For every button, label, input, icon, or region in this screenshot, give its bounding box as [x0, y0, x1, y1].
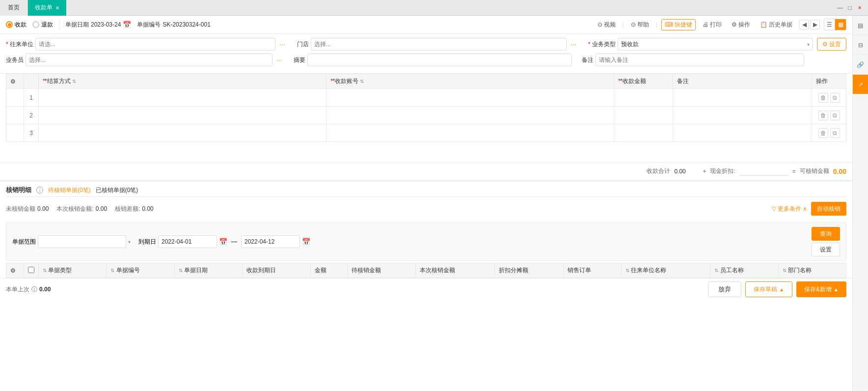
cell-amount-2[interactable] — [614, 107, 673, 124]
delete-icon-2[interactable]: 🗑 — [818, 111, 828, 120]
verify-settings-button[interactable]: 设置 — [812, 243, 840, 256]
row-actions-1: 🗑 ⧉ — [816, 93, 842, 103]
calendar-icon[interactable]: 📅 — [123, 21, 131, 28]
cell-payment-2[interactable] — [39, 107, 326, 124]
col-amount[interactable]: * *收款金额 — [614, 74, 673, 89]
close-button[interactable]: × — [855, 3, 864, 12]
cell-payment-1[interactable] — [39, 89, 326, 107]
save-draft-arrow-icon: ▲ — [779, 287, 784, 292]
cell-notes-3[interactable] — [673, 124, 812, 142]
copy-icon-1[interactable]: ⧉ — [830, 93, 840, 103]
staff-more-icon[interactable]: ··· — [274, 56, 284, 64]
verify-col-checkbox[interactable] — [24, 263, 39, 278]
nav-next-icon[interactable]: ▶ — [810, 20, 820, 29]
settings-button[interactable]: ⚙ 设置 — [817, 38, 846, 51]
video-button[interactable]: ⊙ 视频 — [595, 20, 619, 30]
equals-sign: = — [792, 168, 796, 175]
nav-prev-icon[interactable]: ◀ — [799, 20, 809, 29]
cell-notes-2[interactable] — [673, 107, 812, 124]
verify-col-settings[interactable]: ⚙ — [6, 263, 24, 278]
cal-from-icon[interactable]: 📅 — [219, 238, 227, 246]
cell-account-2[interactable] — [326, 107, 614, 124]
cell-payment-3[interactable] — [39, 124, 326, 142]
cal-to-icon[interactable]: 📅 — [302, 238, 310, 246]
receipt-radio[interactable]: 收款 — [6, 21, 27, 29]
tab-home[interactable]: 首页 — [0, 0, 28, 16]
sidebar-icon-4[interactable]: ↗ — [853, 75, 868, 94]
help-button[interactable]: ⊙ 帮助 — [628, 20, 652, 30]
operation-button[interactable]: ⚙ 操作 — [729, 20, 753, 30]
counterpart-input[interactable] — [35, 38, 275, 51]
abandon-button[interactable]: 放弃 — [708, 281, 741, 297]
grid-view-button[interactable]: ▦ — [835, 19, 846, 30]
verify-col-date: ⇅ 单据日期 — [174, 263, 242, 278]
store-more-icon[interactable]: ··· — [569, 40, 578, 48]
cell-account-3[interactable] — [326, 124, 614, 142]
footer-info: 本单上次 ⓘ 0.00 — [6, 285, 51, 294]
number-value: SK-20230324-001 — [163, 21, 210, 28]
cell-amount-3[interactable] — [614, 124, 673, 142]
business-type-select[interactable]: 预收款 ▾ — [618, 38, 813, 51]
table-row: 2 🗑 ⧉ — [6, 107, 846, 124]
refund-radio[interactable]: 退款 — [32, 21, 53, 29]
col-account-label: *收款账号 — [332, 78, 358, 84]
counterpart-more-icon[interactable]: ··· — [277, 40, 287, 48]
due-date-to-input[interactable] — [241, 235, 300, 248]
verify-col-number: ⇅ 单据编号 — [107, 263, 174, 278]
sidebar-expand-icon: ↗ — [858, 81, 863, 88]
footer-actions: 放弃 保存草稿 ▲ 保存&新增 ▲ — [708, 281, 846, 297]
col-settings[interactable]: ⚙ — [6, 74, 24, 89]
notes-field: 备注 — [582, 54, 804, 66]
sidebar-table-icon: ▤ — [858, 22, 863, 29]
notes-input[interactable] — [596, 54, 804, 66]
uncancelled-value: 0.00 — [37, 205, 49, 212]
footer-info-icon[interactable]: ⓘ — [31, 285, 37, 294]
more-conditions-button[interactable]: ▽ 更多条件 ∧ — [772, 205, 807, 213]
chevron-down-icon: ▾ — [807, 42, 810, 47]
tab-close-icon[interactable]: × — [55, 4, 59, 12]
save-draft-button[interactable]: 保存草稿 ▲ — [745, 281, 792, 297]
pending-tab[interactable]: 待核销单据(0笔) — [48, 186, 91, 195]
verify-header: 核销明细 i 待核销单据(0笔) 已核销单据(0笔) — [6, 182, 846, 197]
cell-account-1[interactable] — [326, 89, 614, 107]
history-button[interactable]: 📋 历史单据 — [757, 20, 795, 30]
store-input[interactable] — [311, 38, 567, 51]
summary-input[interactable] — [307, 54, 571, 66]
sidebar-icon-1[interactable]: ▤ — [853, 16, 868, 35]
verify-title: 核销明细 — [6, 186, 31, 195]
staff-input[interactable] — [26, 54, 272, 66]
done-tab[interactable]: 已核销单据(0笔) — [96, 186, 138, 195]
range-input[interactable] — [38, 235, 126, 248]
list-view-button[interactable]: ☰ — [824, 19, 835, 30]
sidebar-icon-2[interactable]: ⊟ — [853, 35, 868, 55]
cell-amount-1[interactable] — [614, 89, 673, 107]
discount-input[interactable] — [739, 167, 788, 176]
col-payment-method[interactable]: * *结算方式 ⇅ — [39, 74, 326, 89]
query-button[interactable]: 查询 — [812, 227, 840, 241]
auto-verify-button[interactable]: 自动核销 — [811, 202, 846, 216]
maximize-button[interactable]: □ — [845, 3, 854, 12]
table-settings-icon[interactable]: ⚙ — [10, 78, 16, 85]
tab-bar: 首页 收款单 × — □ × — [0, 0, 868, 16]
verify-checkbox-all[interactable] — [28, 267, 34, 273]
delete-icon-3[interactable]: 🗑 — [818, 128, 828, 138]
sidebar-icon-3[interactable]: 🔗 — [853, 55, 868, 75]
shortcut-button[interactable]: ⌨ 快捷键 — [661, 19, 696, 30]
print-button[interactable]: 🖨 打印 — [700, 20, 725, 30]
tab-receipt[interactable]: 收款单 × — [28, 0, 66, 16]
save-new-button[interactable]: 保存&新增 ▲ — [796, 281, 846, 297]
delete-icon-1[interactable]: 🗑 — [818, 93, 828, 103]
date-dash: — — [231, 238, 237, 245]
copy-icon-3[interactable]: ⧉ — [830, 128, 840, 138]
verify-table: ⚙ ⇅ 单据类型 ⇅ 单据编号 — [6, 263, 846, 278]
cell-notes-1[interactable] — [673, 89, 812, 107]
col-account[interactable]: * *收款账号 ⇅ — [326, 74, 614, 89]
minimize-button[interactable]: — — [836, 3, 844, 12]
shortcut-icon: ⌨ — [665, 21, 673, 28]
tab-home-label: 首页 — [8, 3, 20, 12]
due-date-from-input[interactable] — [158, 235, 217, 248]
copy-icon-2[interactable]: ⧉ — [830, 111, 840, 120]
verify-info-icon[interactable]: i — [36, 187, 43, 194]
verify-col-amount: 金额 — [311, 263, 347, 278]
verify-col-sales-order: 销售订单 — [563, 263, 621, 278]
